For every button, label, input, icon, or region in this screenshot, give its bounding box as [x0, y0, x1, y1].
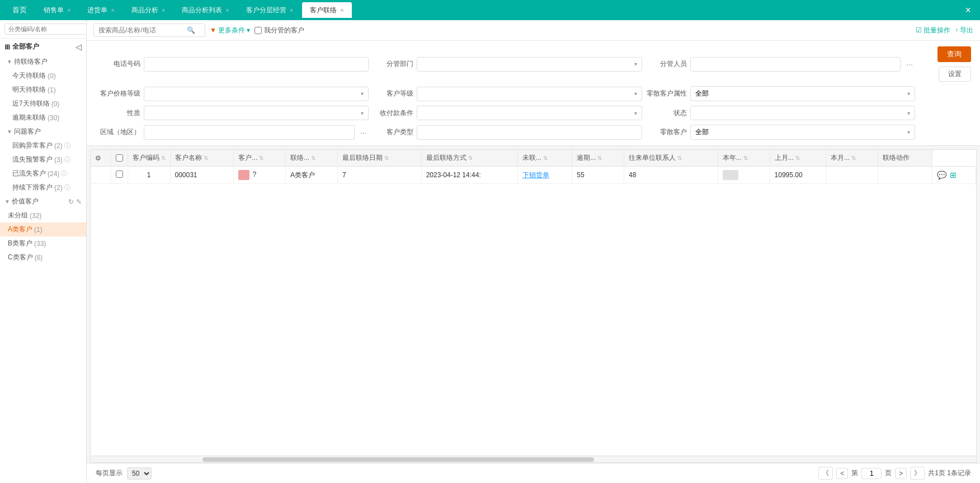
filter-search-icon[interactable]: 🔍 — [183, 24, 199, 36]
class-b-count: (33) — [34, 240, 46, 248]
settings-button[interactable]: 设置 — [939, 67, 971, 82]
th-checkbox[interactable] — [111, 150, 128, 167]
th-settings[interactable]: ⚙ — [91, 150, 111, 167]
sidebar-item-unclassified[interactable]: 未分组 (32) — [0, 209, 86, 222]
th-unit-contact-sort-icon[interactable]: ⇅ — [677, 155, 682, 161]
sidebar-item-churned[interactable]: 已流失客户 (24) ⓘ — [0, 167, 86, 181]
sidebar-item-today-contact[interactable]: 今天待联络 (0) — [0, 69, 86, 83]
nature-dropdown[interactable]: ▾ — [144, 106, 369, 120]
filter-cell-region: 区域（地区） ··· — [96, 125, 369, 140]
pay-cond-dropdown[interactable]: ▾ — [417, 106, 642, 120]
th-name-sort-icon[interactable]: ⇅ — [204, 155, 208, 161]
region-dots[interactable]: ··· — [360, 128, 367, 137]
prev-page-button[interactable]: < — [836, 468, 848, 479]
value-customers-group[interactable]: ▼ 价值客户 ↻ ✎ — [0, 195, 86, 209]
th-last-contact-method-sort-icon[interactable]: ⇅ — [468, 155, 473, 161]
query-button[interactable]: 查询 — [937, 46, 971, 62]
staff-input[interactable] — [690, 57, 901, 72]
th-last-month-sort-icon[interactable]: ⇅ — [795, 155, 800, 161]
sidebar-item-7day-contact[interactable]: 近7天待联络 (0) — [0, 97, 86, 111]
th-unit-contact: 往来单位联系人 ⇅ — [624, 150, 718, 167]
my-customer-check[interactable]: 我分管的客户 — [255, 26, 304, 35]
region-input[interactable] — [144, 125, 355, 140]
cust-type-input[interactable] — [417, 125, 642, 140]
nav-tab-analysis-list-close[interactable]: × — [225, 7, 229, 13]
problem-customers-group[interactable]: ▼ 问题客户 — [0, 125, 86, 139]
sidebar-search-input[interactable] — [4, 23, 87, 35]
nav-tab-sales[interactable]: 销售单 × — [36, 2, 78, 18]
retail-cust-dropdown[interactable]: 全部 ▾ — [690, 125, 915, 140]
sidebar-item-class-b[interactable]: B类客户 (33) — [0, 236, 86, 250]
th-contact-count-sort-icon[interactable]: ⇅ — [311, 155, 315, 161]
th-code-sort-icon[interactable]: ⇅ — [161, 155, 166, 161]
sidebar-item-overdue-contact[interactable]: 逾期未联络 (30) — [0, 111, 86, 125]
th-this-month-sort-icon[interactable]: ⇅ — [851, 155, 856, 161]
cust-grade-dropdown[interactable]: ▾ — [417, 87, 642, 101]
page-size-select[interactable]: 50 — [127, 467, 152, 480]
horizontal-scrollbar[interactable] — [91, 456, 976, 462]
refresh-icon[interactable]: ↻ — [68, 198, 74, 206]
last-page-button[interactable]: 》 — [910, 467, 925, 480]
pending-contact-group[interactable]: ▼ 待联络客户 — [0, 55, 86, 69]
first-page-button[interactable]: 《 — [818, 467, 833, 480]
phone-input[interactable] — [144, 57, 369, 72]
sidebar-item-churn-warning[interactable]: 流失预警客户 (3) ⓘ — [0, 153, 86, 167]
row-checkbox[interactable] — [116, 171, 123, 178]
price-grade-dropdown[interactable]: ▾ — [144, 87, 369, 101]
page-nav: 《 < 第 页 > 》 共1页 1条记录 — [818, 467, 971, 480]
filter-cell-pay-cond: 收付款条件 ▾ — [369, 106, 642, 120]
batch-op-button[interactable]: ☑ 批量操作 — [916, 26, 950, 35]
nav-tab-cust-segment[interactable]: 客户分层经营 × — [238, 2, 301, 18]
th-this-year-sort-icon[interactable]: ⇅ — [743, 155, 748, 161]
value-group-icons: ↻ ✎ — [68, 198, 82, 206]
all-customers-header[interactable]: ⊞ 全部客户 ◁ — [0, 39, 86, 55]
sidebar-item-class-a[interactable]: A类客户 (1) — [0, 222, 86, 236]
qr-action-icon[interactable]: ⊞ — [950, 171, 957, 179]
export-button[interactable]: ↑ 导出 — [955, 26, 973, 35]
declining-label: 持续下滑客户 — [12, 183, 53, 192]
filter-cell-nature: 性质 ▾ — [96, 106, 369, 120]
sidebar-item-declining[interactable]: 持续下滑客户 (2) ⓘ — [0, 181, 86, 195]
nav-tab-analysis-close[interactable]: × — [162, 7, 165, 13]
th-no-contact-label: 未联... — [522, 153, 541, 163]
top-nav: 首页 销售单 × 进货单 × 商品分析 × 商品分析列表 × 客户分层经营 × … — [0, 0, 980, 20]
sidebar-item-tomorrow-contact[interactable]: 明天待联络 (1) — [0, 83, 86, 97]
value-customers-label: 价值客户 — [12, 197, 39, 206]
sidebar-item-repurchase-abnormal[interactable]: 回购异常客户 (2) ⓘ — [0, 139, 86, 153]
scrollbar-thumb[interactable] — [202, 457, 594, 462]
staff-dots[interactable]: ··· — [906, 60, 913, 69]
row-last-contact-method-value[interactable]: 下销货单 — [522, 171, 549, 179]
th-overdue-sort-icon[interactable]: ⇅ — [597, 155, 602, 161]
sidebar-item-class-c[interactable]: C类客户 (6) — [0, 250, 86, 264]
nav-tab-cust-segment-close[interactable]: × — [290, 7, 293, 13]
th-last-contact-date-sort-icon[interactable]: ⇅ — [384, 155, 389, 161]
nav-tab-analysis-list[interactable]: 商品分析列表 × — [174, 2, 237, 18]
close-all-button[interactable]: × — [960, 4, 976, 16]
nav-tab-sales-close[interactable]: × — [67, 7, 70, 13]
select-all-checkbox[interactable] — [116, 154, 123, 162]
nav-home[interactable]: 首页 — [4, 2, 35, 18]
th-cust-type-sort-icon[interactable]: ⇅ — [259, 155, 263, 161]
repurchase-label: 回购异常客户 — [12, 141, 53, 150]
status-dropdown[interactable]: ▾ — [690, 106, 915, 120]
nav-tab-cust-contact-close[interactable]: × — [340, 7, 343, 13]
my-customer-checkbox[interactable] — [255, 27, 262, 34]
edit-icon[interactable]: ✎ — [76, 198, 82, 206]
th-no-contact-sort-icon[interactable]: ⇅ — [543, 155, 548, 161]
nav-tab-cust-contact[interactable]: 客户联络 × — [302, 2, 351, 18]
nav-tab-analysis[interactable]: 商品分析 × — [124, 2, 173, 18]
page-input[interactable] — [861, 468, 882, 479]
nav-tab-purchase[interactable]: 进货单 × — [79, 2, 122, 18]
row-check-col[interactable] — [111, 167, 128, 184]
nav-tab-purchase-close[interactable]: × — [111, 7, 114, 13]
message-action-icon[interactable]: 💬 — [937, 171, 946, 179]
dept-dropdown[interactable]: ▾ — [417, 57, 642, 72]
retail-attr-dropdown[interactable]: 全部 ▾ — [690, 86, 915, 101]
row-name-value: ? — [253, 171, 257, 178]
filter-search-input[interactable] — [94, 24, 183, 36]
content-area: 🔍 ▼ 更多条件 ▾ 我分管的客户 ☑ 批量操作 ↑ 导出 — [87, 20, 980, 483]
class-b-label: B类客户 — [8, 239, 32, 248]
next-page-button[interactable]: > — [895, 468, 907, 479]
collapse-icon[interactable]: ◁ — [76, 42, 82, 51]
more-filter-button[interactable]: ▼ 更多条件 ▾ — [210, 26, 250, 35]
